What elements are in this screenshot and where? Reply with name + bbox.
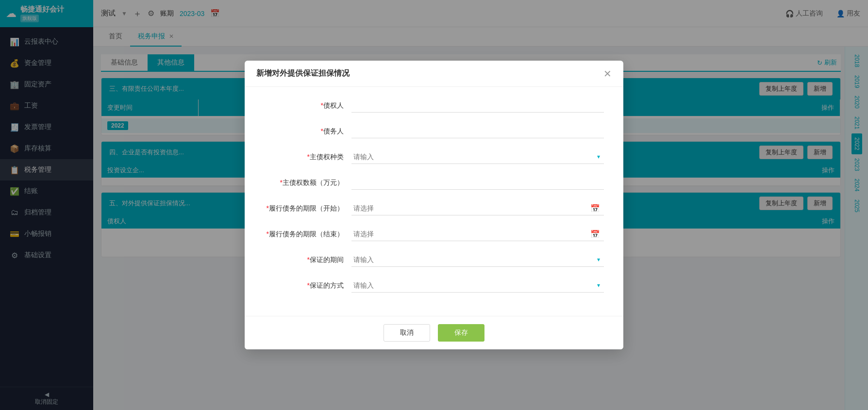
period-start-date-wrap: 📅: [351, 201, 604, 215]
period-start-label: *履行债务的期限（开始）: [264, 204, 351, 213]
period-end-input[interactable]: [351, 227, 586, 241]
guarantee-method-input[interactable]: [351, 279, 593, 292]
claim-amount-input[interactable]: [351, 176, 604, 190]
form-row-debtor: *债务人: [264, 124, 604, 138]
guarantee-period-select-wrap: ▾: [351, 253, 604, 267]
period-end-label: *履行债务的期限（结束）: [264, 230, 351, 239]
save-button[interactable]: 保存: [438, 324, 484, 342]
debtor-input[interactable]: [351, 124, 604, 138]
guarantee-period-chevron-icon[interactable]: ▾: [593, 254, 604, 265]
dialog-footer: 取消 保存: [245, 316, 623, 349]
form-row-guarantee-period: *保证的期间 ▾: [264, 253, 604, 267]
dialog-close-button[interactable]: ✕: [603, 69, 612, 79]
dialog-title: 新增对外提供保证担保情况: [256, 68, 350, 79]
form-row-claim-amount: *主债权数额（万元）: [264, 176, 604, 190]
period-end-date-wrap: 📅: [351, 227, 604, 241]
form-row-guarantee-method: *保证的方式 ▾: [264, 279, 604, 293]
guarantee-period-input[interactable]: [351, 253, 593, 266]
guarantee-period-label: *保证的期间: [264, 256, 351, 264]
dialog-header: 新增对外提供保证担保情况 ✕: [245, 61, 623, 87]
cancel-button[interactable]: 取消: [384, 324, 430, 342]
claim-type-input[interactable]: [351, 150, 593, 164]
period-start-calendar-icon[interactable]: 📅: [586, 202, 604, 215]
dialog: 新增对外提供保证担保情况 ✕ *债权人 *债务人 *主债权种类: [245, 61, 623, 349]
guarantee-method-select-wrap: ▾: [351, 279, 604, 293]
form-row-period-start: *履行债务的期限（开始） 📅: [264, 201, 604, 215]
creditor-input[interactable]: [351, 98, 604, 113]
form-row-claim-type: *主债权种类 ▾: [264, 150, 604, 164]
debtor-label: *债务人: [264, 127, 351, 136]
form-row-creditor: *债权人: [264, 98, 604, 113]
creditor-label: *债权人: [264, 101, 351, 110]
claim-type-chevron-icon[interactable]: ▾: [593, 151, 604, 162]
dialog-overlay: 新增对外提供保证担保情况 ✕ *债权人 *债务人 *主债权种类: [0, 0, 868, 410]
claim-type-select-wrap: ▾: [351, 150, 604, 164]
form-row-period-end: *履行债务的期限（结束） 📅: [264, 227, 604, 241]
claim-type-label: *主债权种类: [264, 153, 351, 162]
guarantee-method-chevron-icon[interactable]: ▾: [593, 280, 604, 291]
period-start-input[interactable]: [351, 201, 586, 215]
claim-amount-label: *主债权数额（万元）: [264, 179, 351, 187]
dialog-body: *债权人 *债务人 *主债权种类 ▾: [245, 87, 623, 316]
guarantee-method-label: *保证的方式: [264, 281, 351, 290]
period-end-calendar-icon[interactable]: 📅: [586, 228, 604, 241]
